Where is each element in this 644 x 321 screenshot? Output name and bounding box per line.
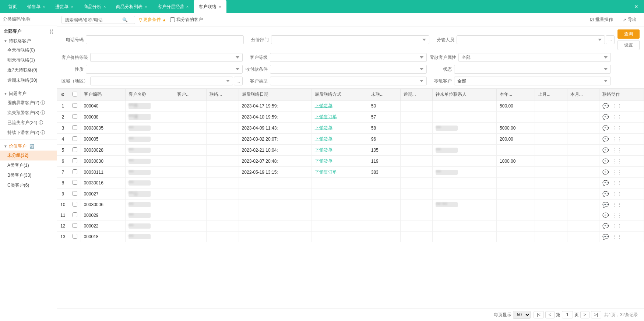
status-select[interactable] bbox=[454, 65, 611, 74]
search-input[interactable] bbox=[65, 17, 120, 22]
row-checkbox[interactable] bbox=[69, 145, 81, 156]
contact-call-icon[interactable]: 💬 bbox=[602, 158, 609, 164]
row-checkbox[interactable] bbox=[69, 200, 81, 210]
contact-call-icon[interactable]: 💬 bbox=[602, 234, 609, 240]
contact-more-icon[interactable]: ⋮⋮ bbox=[612, 191, 622, 197]
sidebar-group-value[interactable]: ▼ 价值客户 🔄 bbox=[0, 141, 57, 151]
person-select[interactable] bbox=[457, 35, 605, 44]
payment-select[interactable] bbox=[270, 65, 427, 74]
batch-ops-btn[interactable]: ☑ 批量操作 bbox=[587, 15, 616, 24]
tab-customer-contact[interactable]: 客户联络 × bbox=[194, 0, 226, 13]
my-customers-check[interactable] bbox=[170, 17, 175, 22]
contact-more-icon[interactable]: ⋮⋮ bbox=[612, 234, 622, 240]
sidebar-group-problem[interactable]: ▼ 问题客户 bbox=[0, 89, 57, 98]
sidebar-collapse-icon[interactable]: ⟨⟨ bbox=[49, 29, 53, 35]
contact-more-icon[interactable]: ⋮⋮ bbox=[612, 136, 622, 142]
page-input[interactable] bbox=[562, 311, 573, 318]
tab-customer-segment[interactable]: 客户分层经营 × bbox=[152, 0, 194, 13]
close-product-analysis-tab[interactable]: × bbox=[103, 4, 106, 9]
row-checkbox[interactable] bbox=[69, 123, 81, 134]
prev-page-btn[interactable]: < bbox=[545, 311, 555, 318]
contact-more-icon[interactable]: ⋮⋮ bbox=[612, 169, 622, 175]
reset-btn[interactable]: 设置 bbox=[617, 40, 640, 50]
retail-attr-select[interactable]: 全部 bbox=[458, 53, 611, 62]
customer-type-select[interactable] bbox=[270, 77, 427, 85]
row-checkbox[interactable] bbox=[69, 156, 81, 167]
export-btn[interactable]: ↗ 导出 bbox=[620, 15, 640, 24]
col-checkbox[interactable] bbox=[69, 89, 81, 100]
row-checkbox[interactable] bbox=[69, 112, 81, 123]
sidebar-item-tomorrow-pending[interactable]: 明天待联络(1) bbox=[0, 55, 57, 65]
query-btn[interactable]: 查询 bbox=[617, 29, 640, 39]
contact-more-icon[interactable]: ⋮⋮ bbox=[612, 212, 622, 218]
contact-call-icon[interactable]: 💬 bbox=[602, 169, 609, 175]
contact-call-icon[interactable]: 💬 bbox=[602, 147, 609, 153]
my-customers-checkbox[interactable]: 我分管的客户 bbox=[170, 17, 203, 23]
sidebar-item-abnormal-hoard[interactable]: 囤购异常客户(2) ⓘ bbox=[0, 98, 57, 108]
phone-input[interactable] bbox=[86, 35, 244, 44]
tab-home[interactable]: 首页 bbox=[3, 0, 22, 13]
contact-call-icon[interactable]: 💬 bbox=[602, 223, 609, 229]
sidebar-all-customers[interactable]: 全部客户 ⟨⟨ bbox=[0, 25, 57, 36]
filter-search-icon[interactable]: 🔍 bbox=[122, 17, 128, 22]
contact-call-icon[interactable]: 💬 bbox=[602, 212, 609, 218]
sidebar-item-grade-b[interactable]: B类客户(33) bbox=[0, 170, 57, 180]
contact-call-icon[interactable]: 💬 bbox=[602, 114, 609, 120]
sidebar-search-input[interactable] bbox=[3, 17, 57, 22]
contact-call-icon[interactable]: 💬 bbox=[602, 125, 609, 131]
row-checkbox[interactable] bbox=[69, 232, 81, 242]
tab-purchase[interactable]: 进货单 × bbox=[50, 0, 78, 13]
close-customer-contact-tab[interactable]: × bbox=[219, 4, 221, 9]
select-all-checkbox[interactable] bbox=[73, 92, 77, 96]
contact-more-icon[interactable]: ⋮⋮ bbox=[612, 125, 622, 131]
tab-sales[interactable]: 销售单 × bbox=[22, 0, 50, 13]
row-checkbox[interactable] bbox=[69, 100, 81, 112]
gender-select[interactable] bbox=[86, 65, 243, 74]
row-checkbox[interactable] bbox=[69, 188, 81, 200]
sidebar-item-churned[interactable]: 已流失客户(24) ⓘ bbox=[0, 118, 57, 128]
first-page-btn[interactable]: |< bbox=[534, 311, 544, 318]
sidebar-item-overdue-no-contact[interactable]: 逾期未联络(30) bbox=[0, 75, 57, 85]
contact-more-icon[interactable]: ⋮⋮ bbox=[612, 158, 622, 164]
person-more-btn[interactable]: ... bbox=[606, 35, 615, 44]
sidebar-item-today-pending[interactable]: 今天待联络(0) bbox=[0, 45, 57, 55]
tab-product-analysis[interactable]: 商品分析 × bbox=[78, 0, 111, 13]
window-close-button[interactable]: × bbox=[631, 3, 641, 11]
contact-more-icon[interactable]: ⋮⋮ bbox=[612, 147, 622, 153]
close-purchase-tab[interactable]: × bbox=[71, 4, 73, 9]
contact-more-icon[interactable]: ⋮⋮ bbox=[612, 202, 622, 208]
per-page-select[interactable]: 50 bbox=[513, 311, 531, 319]
contact-call-icon[interactable]: 💬 bbox=[602, 136, 609, 142]
sidebar-item-grade-c[interactable]: C类客户(6) bbox=[0, 180, 57, 190]
tab-product-list[interactable]: 商品分析列表 × bbox=[111, 0, 152, 13]
sidebar-item-churn-warning[interactable]: 流失预警客户(3) ⓘ bbox=[0, 108, 57, 118]
row-checkbox[interactable] bbox=[69, 178, 81, 188]
close-product-list-tab[interactable]: × bbox=[145, 4, 147, 9]
last-page-btn[interactable]: >| bbox=[591, 311, 601, 318]
sidebar-item-grade-a[interactable]: A类客户(1) bbox=[0, 160, 57, 170]
contact-more-icon[interactable]: ⋮⋮ bbox=[612, 103, 622, 109]
dept-select[interactable] bbox=[271, 35, 429, 44]
row-checkbox[interactable] bbox=[69, 221, 81, 232]
contact-more-icon[interactable]: ⋮⋮ bbox=[612, 114, 622, 120]
close-customer-segment-tab[interactable]: × bbox=[186, 4, 189, 9]
retail-customer-select[interactable]: 全部 bbox=[454, 77, 611, 85]
contact-call-icon[interactable]: 💬 bbox=[602, 180, 609, 186]
contact-call-icon[interactable]: 💬 bbox=[602, 103, 609, 109]
customer-level-select[interactable] bbox=[270, 53, 427, 62]
next-page-btn[interactable]: > bbox=[580, 311, 590, 318]
contact-call-icon[interactable]: 💬 bbox=[602, 202, 609, 208]
region-more-btn[interactable]: ... bbox=[234, 77, 243, 85]
more-filters-btn[interactable]: ▽ 更多条件 ▲ bbox=[139, 17, 166, 23]
sidebar-item-7days-pending[interactable]: 近7天待联络(0) bbox=[0, 65, 57, 75]
close-sales-tab[interactable]: × bbox=[43, 4, 45, 9]
contact-more-icon[interactable]: ⋮⋮ bbox=[612, 223, 622, 229]
sidebar-group-pending[interactable]: ▼ 待联络客户 bbox=[0, 36, 57, 45]
contact-more-icon[interactable]: ⋮⋮ bbox=[612, 180, 622, 186]
contact-call-icon[interactable]: 💬 bbox=[602, 191, 609, 197]
row-checkbox[interactable] bbox=[69, 134, 81, 145]
row-checkbox[interactable] bbox=[69, 210, 81, 221]
sidebar-item-ungraded[interactable]: 未分组(32) bbox=[0, 151, 57, 160]
price-level-select[interactable] bbox=[90, 53, 243, 62]
col-settings[interactable]: ⚙ bbox=[57, 89, 69, 100]
